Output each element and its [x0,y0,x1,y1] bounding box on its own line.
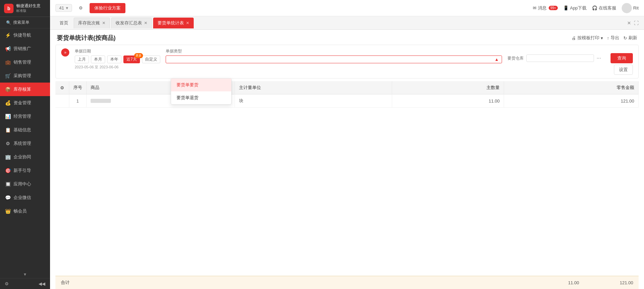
sidebar-item-sales[interactable]: 💼 销售管理 [0,55,50,69]
tab-close-icon[interactable]: ✕ [102,21,105,25]
tab-home[interactable]: 首页 [55,18,72,28]
recent-week-btn[interactable]: 近7天 更多 [123,55,140,63]
dropdown-item-order[interactable]: 要货单要货 [171,79,231,91]
dropdown-item-return[interactable]: 要货单退货 [171,91,231,104]
sidebar-item-wechat[interactable]: 💬 企业微信 [0,191,50,204]
sales-icon: 💼 [5,60,11,65]
sidebar-item-label: 新手引导 [14,168,31,174]
cell-unit: 块 [235,94,392,108]
chevron-down-icon: ▾ [66,5,68,10]
sidebar-item-purchase[interactable]: 🛒 采购管理 [0,69,50,83]
print-button[interactable]: 🖨 按模板打印 ▾ [572,35,603,41]
settings-icon[interactable]: ⚙ [5,281,9,286]
operation-icon: 📊 [5,114,11,119]
search-label: 搜索菜单 [13,20,29,25]
table-footer: 合计 11.00 121.00 [55,276,639,289]
message-button[interactable]: ✉ 消息 99+ [533,5,558,11]
search-menu[interactable]: 🔍 搜索菜单 [0,17,50,28]
warehouse-input[interactable] [526,54,594,62]
date-filter-group: 单据日期 上月 本月 本年 近7天 更多 自定义 2023-05-06 至 20… [75,48,160,70]
tab-close-icon[interactable]: ✕ [144,21,147,25]
tab-close-icon[interactable]: ✕ [186,21,189,25]
sidebar-logo: b 畅捷通好生意 标准版 [0,0,50,17]
sidebar-item-inventory[interactable]: 📦 库存核算 [0,83,50,96]
sidebar-item-finance[interactable]: 💰 资金管理 [0,96,50,110]
tab-settings-button[interactable]: ⚙ [76,3,86,13]
query-button[interactable]: 查询 [611,53,633,63]
inventory-icon: 📦 [5,87,11,92]
type-input-wrapper[interactable]: ▲ [166,55,502,63]
sidebar-item-label: 基础信息 [14,127,31,133]
type-filter-label: 单据类型 [166,48,502,54]
prev-month-btn[interactable]: 上月 [75,55,89,63]
collapse-icon[interactable]: ◀◀ [39,281,45,286]
app-download-label: App下载 [570,5,587,11]
date-filter-row: 上月 本月 本年 近7天 更多 自定义 [75,55,160,63]
curr-month-btn[interactable]: 本月 [91,55,105,63]
page-actions: 🖨 按模板打印 ▾ ↑ 导出 ↻ 刷新 [572,35,638,41]
sidebar-item-base-info[interactable]: 📋 基础信息 [0,123,50,137]
user-name: Rit [633,5,639,10]
trial-button[interactable]: 体验行业方案 [90,3,125,13]
ellipsis-icon[interactable]: ··· [597,55,601,61]
user-profile[interactable]: Rit [622,3,639,13]
message-label: 消息 [538,5,547,11]
tab-receive-summary[interactable]: 收发存汇总表 ✕ [111,18,152,28]
chevron-down-icon: ▾ [601,36,603,41]
sidebar-item-quick-nav[interactable]: ⚡ 快捷导航 [0,28,50,42]
table-area: ⚙ 序号 商品 主计量单位 主数量 零售金额 1 [55,81,639,276]
product-name-placeholder [91,99,111,103]
sidebar-item-system[interactable]: ⚙ 系统管理 [0,137,50,150]
close-all-tabs-icon[interactable]: ✕ [627,20,631,26]
sidebar-item-label: 经营管理 [14,113,31,119]
page-header: 要货单统计表(按商品) 🖨 按模板打印 ▾ ↑ 导出 ↻ 刷新 [50,30,644,45]
curr-year-btn[interactable]: 本年 [107,55,121,63]
wechat-icon: 💬 [5,195,11,200]
sidebar-item-operation[interactable]: 📊 经营管理 [0,110,50,123]
col-qty: 主数量 [392,81,504,94]
message-icon: ✉ [533,5,536,10]
tab-count-value: 41 [59,5,64,10]
app-download-button[interactable]: 📱 App下载 [563,5,587,11]
page-title: 要货单统计表(按商品) [57,34,116,42]
guide-icon: 🎯 [5,168,11,173]
setup-button[interactable]: 设置 [614,65,633,75]
filter-action-buttons: 查询 设置 [611,53,633,75]
expand-icon: » [64,50,67,55]
base-info-icon: 📋 [5,127,11,133]
topbar-right: ✉ 消息 99+ 📱 App下载 🎧 在线客服 Rit [533,3,639,13]
online-service-button[interactable]: 🎧 在线客服 [592,5,616,11]
tab-counter[interactable]: 41 ▾ [55,4,72,12]
col-amount: 零售金额 [504,81,638,94]
maximize-icon[interactable]: ⛶ [634,20,639,26]
tab-inventory-batch[interactable]: 库存批次账 ✕ [74,18,110,28]
cell-settings [55,94,69,108]
refresh-button[interactable]: ↻ 刷新 [623,35,637,41]
message-badge: 99+ [549,6,558,10]
filter-expand-button[interactable]: » [61,48,69,57]
sidebar-scroll-down[interactable]: ▼ [0,271,50,278]
sidebar-item-marketing[interactable]: 📢 营销推广 [0,42,50,55]
col-settings[interactable]: ⚙ [55,81,69,94]
sidebar-bottom: ⚙ ◀◀ [0,278,50,289]
tab-label: 要货单统计表 [158,20,184,26]
sidebar-item-app-center[interactable]: 🔲 应用中心 [0,177,50,191]
sidebar-item-enterprise[interactable]: 🏢 企业协同 [0,150,50,164]
cell-amount: 121.00 [504,94,638,108]
phone-icon: 📱 [563,5,569,10]
type-filter-input[interactable] [169,57,493,62]
scroll-down-icon: ▼ [23,272,27,277]
footer-amount: 121.00 [606,280,633,285]
export-button[interactable]: ↑ 导出 [607,35,620,41]
refresh-icon: ↻ [623,36,627,41]
chevron-up-icon[interactable]: ▲ [495,57,499,62]
warehouse-label: 要货仓库 [507,55,524,61]
footer-label: 合计 [61,280,70,286]
tab-order-stats[interactable]: 要货单统计表 ✕ [153,18,194,28]
cell-qty: 11.00 [392,94,504,108]
user-avatar [622,3,632,13]
topbar-left: 41 ▾ ⚙ 体验行业方案 [55,3,125,13]
sidebar-item-guide[interactable]: 🎯 新手引导 [0,164,50,177]
custom-date-btn[interactable]: 自定义 [142,55,160,63]
sidebar-item-membership[interactable]: 👑 畅会员 [0,204,50,218]
